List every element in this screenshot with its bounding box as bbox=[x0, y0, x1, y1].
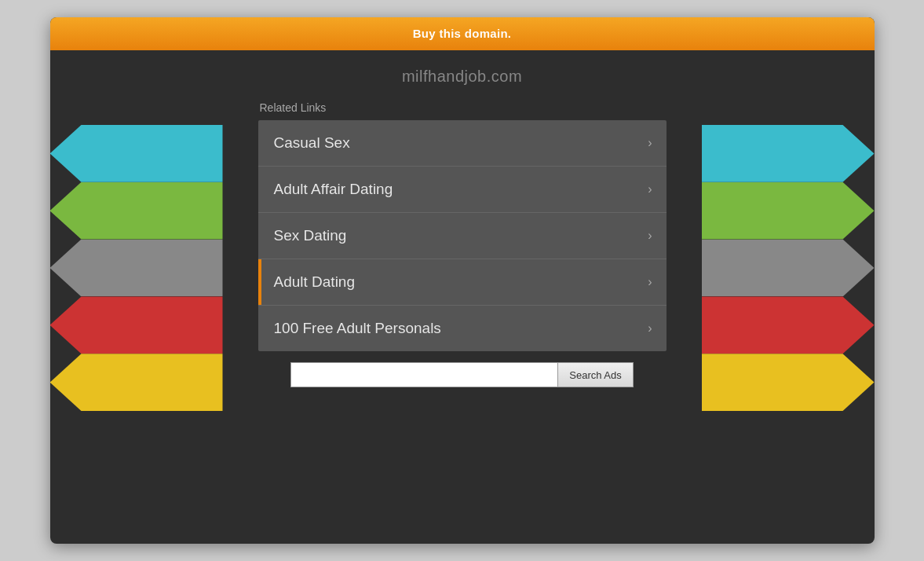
link-item-accent-sex-dating bbox=[258, 213, 261, 258]
main-content: Related Links Casual Sex›Adult Affair Da… bbox=[50, 94, 875, 411]
link-item-100-free-adult-personals[interactable]: 100 Free Adult Personals› bbox=[258, 306, 667, 351]
chevron-icon-sex-dating: › bbox=[648, 229, 652, 243]
related-links-label: Related Links bbox=[258, 101, 667, 114]
domain-title: milfhandjob.com bbox=[50, 50, 875, 94]
link-item-adult-affair-dating[interactable]: Adult Affair Dating› bbox=[258, 167, 667, 213]
chevron-icon-100-free-adult-personals: › bbox=[648, 321, 652, 336]
browser-window: Buy this domain. milfhandjob.com Related… bbox=[50, 17, 875, 544]
left-arrow-yellow bbox=[50, 354, 223, 411]
buy-domain-bar[interactable]: Buy this domain. bbox=[50, 17, 875, 50]
right-arrow-red bbox=[702, 296, 875, 354]
search-button[interactable]: Search Ads bbox=[557, 362, 634, 387]
right-arrows bbox=[655, 94, 875, 411]
link-item-sex-dating[interactable]: Sex Dating› bbox=[258, 213, 667, 259]
link-item-accent-casual-sex bbox=[258, 120, 261, 166]
left-arrow-red bbox=[50, 296, 223, 354]
right-arrow-green bbox=[702, 182, 875, 240]
link-text-adult-dating: Adult Dating bbox=[274, 273, 356, 291]
link-text-100-free-adult-personals: 100 Free Adult Personals bbox=[274, 320, 441, 337]
left-arrows bbox=[50, 94, 270, 411]
center-panel: Related Links Casual Sex›Adult Affair Da… bbox=[258, 101, 667, 387]
search-input[interactable] bbox=[290, 362, 557, 387]
left-arrow-gray bbox=[50, 240, 223, 297]
buy-domain-label: Buy this domain. bbox=[413, 27, 512, 40]
chevron-icon-adult-dating: › bbox=[648, 275, 652, 289]
chevron-icon-casual-sex: › bbox=[648, 136, 652, 150]
link-text-adult-affair-dating: Adult Affair Dating bbox=[274, 181, 393, 198]
link-item-adult-dating[interactable]: Adult Dating› bbox=[258, 259, 667, 306]
search-row: Search Ads bbox=[258, 362, 667, 387]
link-text-sex-dating: Sex Dating bbox=[274, 227, 347, 244]
right-arrow-yellow bbox=[702, 354, 875, 411]
links-container: Casual Sex›Adult Affair Dating›Sex Datin… bbox=[258, 120, 667, 351]
link-text-casual-sex: Casual Sex bbox=[274, 134, 350, 152]
right-arrow-gray bbox=[702, 240, 875, 297]
left-arrow-green bbox=[50, 182, 223, 240]
link-item-accent-adult-dating bbox=[258, 259, 261, 305]
left-arrow-cyan bbox=[50, 125, 223, 182]
chevron-icon-adult-affair-dating: › bbox=[648, 182, 652, 196]
link-item-casual-sex[interactable]: Casual Sex› bbox=[258, 120, 667, 167]
link-item-accent-adult-affair-dating bbox=[258, 167, 261, 212]
right-arrow-cyan bbox=[702, 125, 875, 182]
link-item-accent-100-free-adult-personals bbox=[258, 306, 261, 351]
